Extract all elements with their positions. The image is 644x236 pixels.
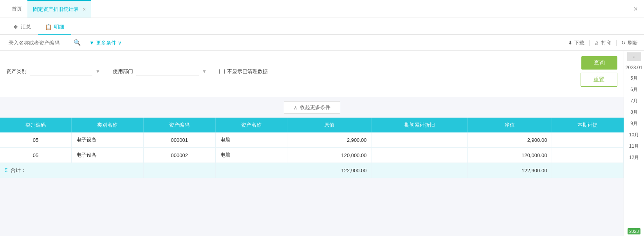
- divider-1: [589, 40, 590, 46]
- cell-assetcode-2: 000002: [143, 148, 215, 163]
- month-9[interactable]: 9月: [624, 118, 644, 129]
- col-header-net: 净值: [468, 118, 552, 132]
- table-footer: Σ 合计： 122,900.00 122,900.00: [0, 163, 624, 178]
- right-panel: › 2023.01 5月 6月 7月 8月 9月 10月 11月 12月 202…: [624, 51, 644, 236]
- home-label: 首页: [12, 5, 22, 13]
- tab-summary-label: 汇总: [21, 23, 31, 30]
- footer-label-cell: Σ 合计：: [0, 163, 143, 178]
- query-button[interactable]: 查询: [581, 56, 617, 70]
- window-close-btn[interactable]: ×: [633, 5, 638, 13]
- search-icon[interactable]: 🔍: [74, 39, 81, 46]
- home-tab[interactable]: 首页: [6, 0, 27, 18]
- cell-original-2: 120,000.00: [287, 148, 372, 163]
- collapse-btn[interactable]: ∧ 收起更多条件: [284, 101, 340, 114]
- use-dept-dropdown-icon[interactable]: ▼: [202, 69, 207, 74]
- search-wrap: 🔍: [6, 38, 85, 47]
- footer-current: [552, 163, 624, 178]
- filter-section: 资产类别 ▼ 使用部门 ▼ 不显示已清理数据 查询 重置: [0, 51, 624, 97]
- month-7[interactable]: 7月: [624, 95, 644, 107]
- cell-catname-1: 电子设备: [72, 132, 144, 148]
- year-badge[interactable]: 2023: [628, 228, 640, 234]
- table-row: 05 电子设备 000001 电脑 2,900.00 2,900.00: [0, 132, 624, 148]
- top-nav: 首页 固定资产折旧统计表 × ×: [0, 0, 644, 18]
- active-tab[interactable]: 固定资产折旧统计表 ×: [27, 0, 91, 18]
- cell-current-1: [552, 132, 624, 148]
- asset-category-input[interactable]: [30, 68, 92, 75]
- collapse-label: 收起更多条件: [300, 104, 330, 111]
- cell-assetname-2: 电脑: [215, 148, 287, 163]
- col-header-current: 本期计提: [552, 118, 624, 132]
- filter-row-1: 资产类别 ▼ 使用部门 ▼ 不显示已清理数据 查询 重置: [6, 56, 617, 87]
- footer-original: 122,900.00: [287, 163, 372, 178]
- tab-detail-label: 明细: [54, 23, 64, 30]
- asset-category-dropdown-icon[interactable]: ▼: [96, 69, 100, 74]
- footer-accum: [372, 163, 468, 178]
- more-cond-label: 更多条件: [96, 39, 116, 46]
- print-icon: 🖨: [594, 40, 599, 46]
- filter-icon: ▼: [89, 40, 94, 46]
- content-area: 资产类别 ▼ 使用部门 ▼ 不显示已清理数据 查询 重置: [0, 51, 624, 236]
- col-header-original: 原值: [287, 118, 372, 132]
- print-btn[interactable]: 🖨 打印: [594, 39, 612, 46]
- use-dept-label: 使用部门: [113, 68, 133, 75]
- collapse-icon: ∧: [294, 105, 298, 111]
- use-dept-input[interactable]: [136, 68, 199, 75]
- tab-detail[interactable]: 📋 明细: [38, 20, 71, 35]
- month-12[interactable]: 12月: [624, 152, 644, 163]
- reset-button[interactable]: 重置: [581, 73, 617, 87]
- col-header-assetcode: 资产编码: [143, 118, 215, 132]
- cell-original-1: 2,900.00: [287, 132, 372, 148]
- download-btn[interactable]: ⬇ 下载: [568, 39, 584, 46]
- cell-current-2: [552, 148, 624, 163]
- cell-net-1: 2,900.00: [468, 132, 552, 148]
- download-icon: ⬇: [568, 40, 572, 46]
- toolbar: 🔍 ▼ 更多条件 ∨ ⬇ 下载 🖨 打印 ↻ 刷新: [0, 35, 644, 51]
- data-table: 类别编码 类别名称 资产编码 资产名称 原值 期初累计折旧 净值 本期计提 05…: [0, 118, 624, 178]
- refresh-label: 刷新: [628, 39, 638, 46]
- hide-cleared-checkbox[interactable]: [219, 69, 225, 74]
- month-8[interactable]: 8月: [624, 107, 644, 118]
- date-text: 2023.01: [626, 65, 642, 70]
- footer-label: 合计：: [11, 167, 26, 173]
- close-tab-btn[interactable]: ×: [83, 6, 86, 13]
- active-tab-label: 固定资产折旧统计表: [33, 6, 79, 13]
- table-row: 05 电子设备 000002 电脑 120,000.00 120,000.00: [0, 148, 624, 163]
- cell-assetcode-1: 000001: [143, 132, 215, 148]
- summary-icon: ❖: [13, 24, 18, 30]
- footer-empty-2: [215, 163, 287, 178]
- hide-cleared-wrap: 不显示已清理数据: [219, 68, 268, 75]
- print-label: 打印: [601, 39, 612, 46]
- right-panel-expand-btn[interactable]: ›: [627, 52, 641, 61]
- divider-2: [616, 40, 617, 46]
- col-header-assetname: 资产名称: [215, 118, 287, 132]
- refresh-icon: ↻: [621, 40, 626, 46]
- month-5[interactable]: 5月: [624, 73, 644, 84]
- cell-catname-2: 电子设备: [72, 148, 144, 163]
- refresh-btn[interactable]: ↻ 刷新: [621, 39, 638, 46]
- tab-bar: ❖ 汇总 📋 明细: [0, 18, 644, 35]
- chevron-down-icon: ∨: [118, 40, 122, 46]
- month-11[interactable]: 11月: [624, 141, 644, 152]
- asset-category-field: 资产类别 ▼: [6, 68, 100, 75]
- date-label: 2023.01: [624, 63, 644, 73]
- cell-code-1: 05: [0, 132, 72, 148]
- search-input[interactable]: [9, 40, 71, 46]
- cell-code-2: 05: [0, 148, 72, 163]
- col-header-accum: 期初累计折旧: [372, 118, 468, 132]
- month-10[interactable]: 10月: [624, 129, 644, 141]
- table-body: 05 电子设备 000001 电脑 2,900.00 2,900.00 05 电…: [0, 132, 624, 163]
- tab-summary[interactable]: ❖ 汇总: [6, 20, 38, 35]
- cell-net-2: 120,000.00: [468, 148, 552, 163]
- col-header-code: 类别编码: [0, 118, 72, 132]
- footer-net: 122,900.00: [468, 163, 552, 178]
- cell-accum-2: [372, 148, 468, 163]
- download-label: 下载: [574, 39, 584, 46]
- table-header: 类别编码 类别名称 资产编码 资产名称 原值 期初累计折旧 净值 本期计提: [0, 118, 624, 132]
- more-conditions-btn[interactable]: ▼ 更多条件 ∨: [89, 39, 122, 46]
- cell-assetname-1: 电脑: [215, 132, 287, 148]
- hide-cleared-label: 不显示已清理数据: [227, 68, 268, 75]
- month-6[interactable]: 6月: [624, 84, 644, 95]
- collapse-row: ∧ 收起更多条件: [0, 97, 624, 118]
- cell-accum-1: [372, 132, 468, 148]
- detail-icon: 📋: [45, 24, 52, 30]
